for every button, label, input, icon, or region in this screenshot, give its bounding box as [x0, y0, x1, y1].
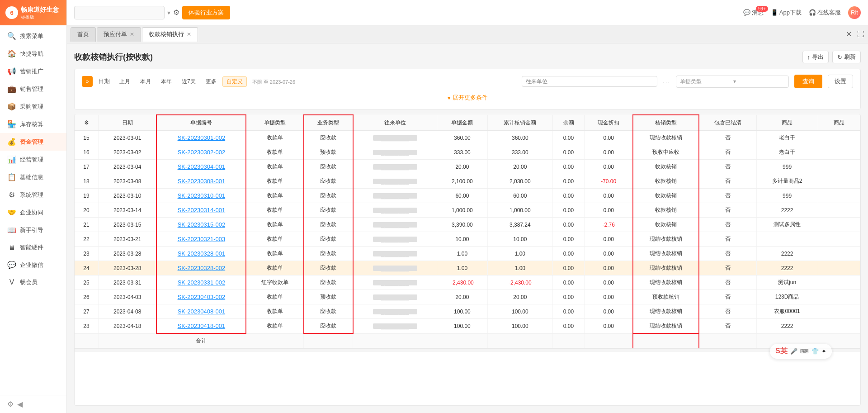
online-service-btn[interactable]: 🎧 在线客服: [809, 9, 841, 17]
sidebar-icon-2: 📢: [7, 67, 16, 76]
sidebar-item-0[interactable]: 🔍搜索菜单: [0, 27, 66, 45]
row-goods2-2: [818, 160, 860, 174]
row-hx-amount-1: 333.00: [487, 145, 552, 160]
more-date-btn[interactable]: 更多: [202, 76, 221, 87]
row-date-3: 2023-03-08: [99, 174, 157, 189]
solution-btn[interactable]: 体验行业方案: [182, 6, 230, 19]
row-date-8: 2023-03-28: [99, 247, 157, 261]
this-month-btn[interactable]: 本月: [136, 76, 155, 87]
sidebar-item-4[interactable]: 📦采购管理: [0, 98, 66, 115]
tab-close-icon[interactable]: ✕: [846, 30, 852, 38]
col-settings[interactable]: ⚙: [75, 115, 99, 131]
row-sn-link-6[interactable]: SK-20230315-002: [178, 221, 226, 228]
row-biz-13: 应收款: [304, 319, 353, 334]
row-date-1: 2023-03-02: [99, 145, 157, 160]
row-sn-link-2[interactable]: SK-20230304-001: [178, 163, 226, 170]
messages-btn[interactable]: 💬 消息 99+: [743, 9, 764, 17]
receipt-type-select[interactable]: 单据类型 ▾: [676, 76, 789, 88]
row-sn-link-4[interactable]: SK-20230310-001: [178, 192, 226, 199]
tab-home[interactable]: 首页: [71, 27, 96, 42]
row-sn-link-8[interactable]: SK-20230328-001: [178, 250, 226, 257]
sidebar-item-2[interactable]: 📢营销推广: [0, 62, 66, 80]
shirt-icon[interactable]: 👕: [811, 348, 819, 355]
row-hx-amount-3: 2,030.00: [487, 174, 552, 189]
keyboard-icon[interactable]: ⌨: [800, 348, 809, 355]
star-icon[interactable]: ✦: [821, 348, 826, 355]
last-month-btn[interactable]: 上月: [115, 76, 134, 87]
tab-expand-icon[interactable]: ⛶: [857, 30, 864, 38]
custom-date-btn[interactable]: 自定义: [222, 76, 247, 87]
sidebar-item-6[interactable]: 💰资金管理: [0, 133, 66, 151]
sidebar-icon-12: 🖥: [7, 243, 16, 252]
sidebar-item-14[interactable]: V畅会员: [0, 274, 66, 291]
row-sn-link-12[interactable]: SK-20230408-001: [178, 308, 226, 315]
filter-collapse-btn[interactable]: »: [82, 76, 93, 87]
row-amount-1: 333.00: [437, 145, 487, 160]
sidebar-item-9[interactable]: ⚙系统管理: [0, 186, 66, 204]
row-goods2-4: [818, 189, 860, 203]
row-amount-12: 100.00: [437, 304, 487, 319]
page-actions: ↑ 导出 ↻ 刷新: [802, 51, 861, 63]
app-download-btn[interactable]: 📱 App下载: [771, 9, 802, 17]
hx-tab-label: 收款核销执行: [149, 30, 184, 38]
row-type-0: 收款单: [246, 131, 303, 145]
prepay-tab-close[interactable]: ✕: [130, 31, 134, 38]
row-sn-link-0[interactable]: SK-20230301-002: [178, 134, 226, 141]
this-year-btn[interactable]: 本年: [157, 76, 176, 87]
sidebar-label-6: 资金管理: [20, 138, 43, 146]
tab-prepay[interactable]: 预应付单 ✕: [97, 27, 141, 42]
sidebar-item-7[interactable]: 📊经营管理: [0, 151, 66, 168]
sidebar-item-1[interactable]: 🏠快捷导航: [0, 45, 66, 62]
sidebar-item-5[interactable]: 🏪库存核算: [0, 115, 66, 133]
expand-conditions-btn[interactable]: ▾ 展开更多条件: [444, 92, 491, 104]
last-7days-btn[interactable]: 近7天: [178, 76, 200, 87]
row-hx-type-10: 现结收款核销: [633, 275, 699, 290]
row-sn-link-13[interactable]: SK-20230418-001: [178, 323, 226, 329]
filter-settings-btn[interactable]: 设置: [828, 75, 853, 88]
row-sn-link-7[interactable]: SK-20230321-003: [178, 236, 226, 242]
table-row: 27 2023-04-08 SK-20230408-001 收款单 应收款 ██…: [75, 304, 860, 319]
table-row: 26 2023-04-03 SK-20230403-002 收款单 预收款 ██…: [75, 290, 860, 304]
sidebar-item-11[interactable]: 📖新手引导: [0, 221, 66, 239]
row-goods1-6: 测试多属性: [756, 218, 818, 232]
export-icon: ↑: [807, 54, 811, 61]
table-hscrollbar[interactable]: [75, 348, 860, 352]
phone-icon: 📱: [771, 9, 778, 16]
query-btn[interactable]: 查询: [794, 75, 822, 88]
topbar-chevron-icon[interactable]: ▾: [167, 9, 170, 16]
page-title: 收款核销执行(按收款): [74, 52, 153, 62]
sidebar-icon-14: V: [7, 278, 16, 286]
collapse-icon[interactable]: ◀: [17, 400, 23, 408]
row-sn-link-3[interactable]: SK-20230308-001: [178, 178, 226, 185]
row-type-4: 收款单: [246, 189, 303, 203]
export-btn[interactable]: ↑ 导出: [802, 51, 829, 63]
sidebar-item-13[interactable]: 💬企业微信: [0, 256, 66, 274]
row-partner-9: ████████: [353, 261, 437, 275]
row-hx-type-2: 收款核销: [633, 160, 699, 174]
sidebar-item-12[interactable]: 🖥智能硬件: [0, 239, 66, 256]
row-sn-link-11[interactable]: SK-20230403-002: [178, 294, 226, 300]
row-sn-link-10[interactable]: SK-20230331-002: [178, 279, 226, 286]
row-num-1: 16: [75, 145, 99, 160]
sidebar-item-3[interactable]: 💼销售管理: [0, 80, 66, 98]
row-sn-link-5[interactable]: SK-20230314-001: [178, 207, 226, 214]
row-sn-link-9[interactable]: SK-20230328-002: [178, 265, 226, 271]
col-partner: 往来单位: [353, 115, 437, 131]
sidebar-item-10[interactable]: 🤝企业协同: [0, 204, 66, 221]
hx-tab-close[interactable]: ✕: [187, 31, 191, 38]
row-balance-12: 0.00: [553, 304, 585, 319]
filter-bar: » 日期 上月 本月 本年 近7天 更多 自定义 不限 至 2023-07-26…: [74, 69, 861, 109]
tab-hx[interactable]: 收款核销执行 ✕: [142, 27, 198, 42]
row-sn-link-1[interactable]: SK-20230302-002: [178, 149, 226, 156]
row-biz-9: 应收款: [304, 261, 353, 275]
settings-footer-icon[interactable]: ⚙: [7, 400, 14, 408]
topbar-gear-icon[interactable]: ⚙: [173, 8, 179, 17]
mic-icon[interactable]: 🎤: [790, 348, 797, 355]
row-cash-disc-9: 0.00: [584, 261, 633, 275]
user-avatar[interactable]: Rit: [848, 6, 861, 19]
topbar-search-input[interactable]: [74, 6, 165, 19]
partner-input[interactable]: [522, 76, 657, 87]
sidebar-item-8[interactable]: 📋基础信息: [0, 168, 66, 186]
refresh-btn[interactable]: ↻ 刷新: [832, 51, 861, 63]
row-goods1-12: 衣服00001: [756, 304, 818, 319]
